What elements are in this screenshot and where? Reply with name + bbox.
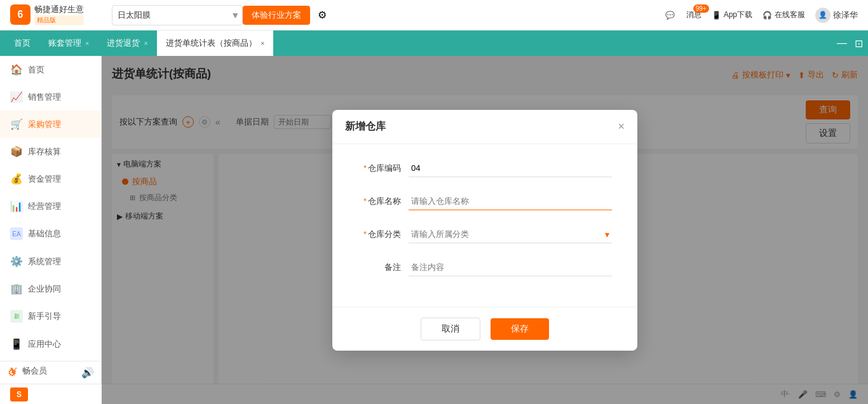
s-brand-logo: S — [10, 387, 28, 401]
warehouse-category-select-wrap: ▾ — [409, 226, 612, 243]
store-selector[interactable]: ▾ — [112, 5, 243, 25]
notification-badge: 99+ — [693, 4, 709, 13]
tab-account-close[interactable]: × — [85, 39, 89, 47]
warehouse-code-input[interactable] — [409, 159, 612, 177]
guide-icon: 新 — [10, 310, 23, 323]
sidebar: 🏠 首页 📈 销售管理 🛒 采购管理 📦 库存核算 💰 资金管理 📊 经营管理 … — [0, 56, 102, 404]
enterprise-icon: 🏢 — [10, 283, 23, 295]
appstore-icon: 📱 — [10, 338, 23, 350]
sidebar-speaker-icon[interactable]: 🔊 — [81, 367, 94, 379]
warehouse-name-input[interactable] — [409, 192, 612, 210]
modal-overlay: 新增仓库 × 仓库编码 仓库名称 仓库分类 — [102, 56, 868, 404]
main-layout: 🏠 首页 📈 销售管理 🛒 采购管理 📦 库存核算 💰 资金管理 📊 经营管理 … — [0, 56, 868, 404]
new-warehouse-modal: 新增仓库 × 仓库编码 仓库名称 仓库分类 — [332, 110, 637, 351]
store-search-input[interactable] — [112, 5, 243, 25]
sidebar-item-inventory[interactable]: 📦 库存核算 — [0, 138, 101, 165]
message-icon: 💬 — [665, 11, 675, 20]
sidebar-item-finance[interactable]: 💰 资金管理 — [0, 165, 101, 192]
warehouse-category-row: 仓库分类 ▾ — [358, 226, 612, 243]
logo-area: 6 畅捷通好生意 精品版 — [10, 4, 112, 25]
tab-controls: — ⊡ — [837, 37, 863, 50]
save-button[interactable]: 保存 — [491, 318, 549, 340]
experience-industry-button[interactable]: 体验行业方案 — [243, 6, 310, 25]
purchase-icon: 🛒 — [10, 118, 23, 130]
sidebar-settings-icon[interactable]: ⚙ — [8, 367, 17, 379]
sidebar-item-system[interactable]: ⚙️ 系统管理 — [0, 248, 101, 275]
modal-header: 新增仓库 × — [332, 110, 637, 144]
settings-icon-wrap[interactable]: ⚙ — [318, 9, 327, 21]
header-actions: 💬 99+ 消息 📱 App下载 🎧 在线客服 👤 徐泽华 — [665, 8, 858, 23]
tab-home[interactable]: 首页 — [5, 30, 39, 56]
finance-icon: 💰 — [10, 173, 23, 185]
tab-purchase-return[interactable]: 进货退货 × — [98, 30, 156, 56]
system-icon: ⚙️ — [10, 255, 23, 267]
maximize-window-icon[interactable]: ⊡ — [855, 37, 863, 50]
warehouse-note-label: 备注 — [358, 262, 409, 273]
notification-button[interactable]: 💬 99+ 消息 — [665, 10, 702, 20]
top-header: 6 畅捷通好生意 精品版 ▾ 体验行业方案 ⚙ 💬 99+ 消息 📱 App下载… — [0, 0, 868, 30]
tab-purchase-stats[interactable]: 进货单统计表（按商品） × — [157, 30, 273, 56]
tab-account[interactable]: 账套管理 × — [39, 30, 98, 56]
sales-icon: 📈 — [10, 91, 23, 103]
minimize-window-icon[interactable]: — — [837, 37, 847, 49]
basic-info-icon: EA — [10, 227, 23, 240]
sidebar-item-home[interactable]: 🏠 首页 — [0, 56, 101, 83]
warehouse-code-label: 仓库编码 — [358, 163, 409, 174]
app-name: 畅捷通好生意 — [34, 4, 84, 15]
warehouse-note-row: 备注 — [358, 259, 612, 276]
home-icon: 🏠 — [10, 64, 23, 76]
app-logo-icon: 6 — [10, 4, 31, 25]
inventory-icon: 📦 — [10, 145, 23, 158]
warehouse-code-row: 仓库编码 — [358, 159, 612, 177]
sidebar-item-enterprise[interactable]: 🏢 企业协同 — [0, 275, 101, 302]
online-service-button[interactable]: 🎧 在线客服 — [763, 10, 805, 20]
user-menu-button[interactable]: 👤 徐泽华 — [815, 8, 858, 23]
sidebar-item-operations[interactable]: 📊 经营管理 — [0, 192, 101, 220]
avatar: 👤 — [815, 8, 831, 23]
tab-purchase-return-close[interactable]: × — [144, 39, 147, 47]
modal-close-button[interactable]: × — [618, 121, 625, 132]
modal-footer: 取消 保存 — [332, 307, 637, 351]
sidebar-item-basic-info[interactable]: EA 基础信息 — [0, 220, 101, 248]
app-edition: 精品版 — [34, 15, 84, 25]
sidebar-item-sales[interactable]: 📈 销售管理 — [0, 83, 101, 111]
tab-purchase-stats-close[interactable]: × — [261, 39, 264, 47]
category-dropdown-icon[interactable]: ▾ — [605, 229, 609, 239]
username-label: 徐泽华 — [833, 10, 858, 21]
warehouse-name-label: 仓库名称 — [358, 196, 409, 207]
sidebar-bottom-controls: ⚙ 🔊 — [0, 361, 102, 384]
modal-title: 新增仓库 — [345, 120, 386, 133]
sidebar-item-guide[interactable]: 新 新手引导 — [0, 302, 101, 330]
cancel-button[interactable]: 取消 — [421, 318, 480, 340]
headphone-icon: 🎧 — [763, 11, 772, 20]
gear-icon: ⚙ — [318, 9, 327, 21]
nav-tabs-bar: 首页 账套管理 × 进货退货 × 进货单统计表（按商品） × — ⊡ — [0, 30, 868, 56]
warehouse-category-input[interactable] — [409, 226, 612, 243]
sidebar-item-purchase[interactable]: 🛒 采购管理 — [0, 111, 101, 138]
warehouse-note-input[interactable] — [409, 259, 612, 276]
operations-icon: 📊 — [10, 200, 23, 212]
mobile-icon: 📱 — [712, 11, 721, 20]
warehouse-name-row: 仓库名称 — [358, 192, 612, 210]
sidebar-item-appstore[interactable]: 📱 应用中心 — [0, 330, 101, 358]
warehouse-category-label: 仓库分类 — [358, 229, 409, 240]
app-download-button[interactable]: 📱 App下载 — [712, 10, 752, 20]
modal-body: 仓库编码 仓库名称 仓库分类 ▾ — [332, 144, 637, 307]
content-area: 进货单统计(按商品) 🖨 按模板打印 ▾ ⬆ 导出 ↻ 刷新 按以下方案查询 — [102, 56, 868, 404]
